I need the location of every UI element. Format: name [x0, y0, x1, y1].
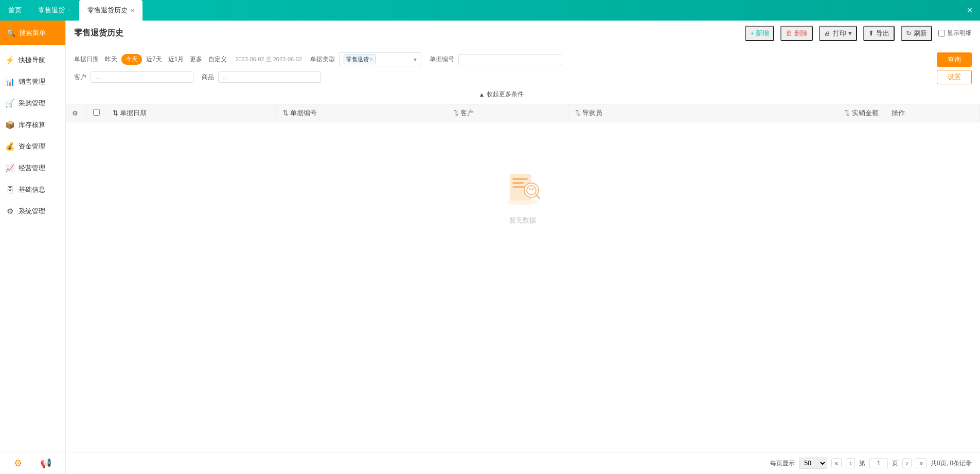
- sidebar-item-4[interactable]: 💰资金管理: [0, 136, 65, 157]
- sidebar-item-2[interactable]: 🛒采购管理: [0, 93, 65, 114]
- date-filter: 单据日期 昨天 今天 近7天 近1月 更多 自定义 2023-06-02 至 2…: [74, 54, 302, 65]
- date-label: 单据日期: [74, 55, 99, 64]
- date-btn-today[interactable]: 今天: [121, 54, 142, 65]
- last-page-button[interactable]: »: [916, 458, 926, 468]
- table-body: 暂无数据: [66, 122, 980, 267]
- sidebar-item-0[interactable]: ⚡快捷导航: [0, 49, 65, 71]
- tab-1[interactable]: 零售退货×: [30, 0, 79, 21]
- th-customer: ⇅ 客户: [447, 104, 568, 122]
- next-page-button[interactable]: ›: [902, 458, 912, 468]
- th-doc-no-label: 单据编号: [290, 109, 317, 117]
- sidebar-item-7[interactable]: ⚙系统管理: [0, 200, 65, 222]
- th-guide: ⇅ 导购员: [568, 104, 715, 122]
- filter-row-1: 单据日期 昨天 今天 近7天 近1月 更多 自定义 2023-06-02 至 2…: [74, 52, 929, 66]
- export-icon: ⬆: [868, 29, 874, 37]
- settings-icon[interactable]: ⚙: [14, 458, 22, 469]
- doc-type-chevron-icon: ▾: [414, 56, 417, 63]
- th-customer-label: 客户: [460, 109, 474, 117]
- sidebar-nav: ⚡快捷导航📊销售管理🛒采购管理📦库存核算💰资金管理📈经营管理🗄基础信息⚙系统管理: [0, 45, 65, 452]
- print-button[interactable]: 🖨 打印 ▾: [819, 26, 857, 41]
- export-label: 导出: [876, 29, 889, 38]
- sidebar-item-5[interactable]: 📈经营管理: [0, 157, 65, 179]
- refresh-button[interactable]: ↻ 刷新: [901, 26, 932, 41]
- page-title: 零售退货历史: [74, 28, 123, 39]
- filter-actions: 查询 设置: [937, 52, 972, 84]
- sidebar-search[interactable]: 🔍 搜索菜单: [0, 21, 65, 45]
- customer-input[interactable]: ...: [91, 71, 193, 83]
- date-btn-more[interactable]: 更多: [188, 54, 204, 65]
- goods-label: 商品: [202, 73, 214, 82]
- add-button[interactable]: + 新增: [745, 26, 774, 41]
- query-button[interactable]: 查询: [937, 52, 972, 67]
- show-detail-input[interactable]: [938, 30, 945, 37]
- collapse-button[interactable]: ▲ 收起更多条件: [74, 88, 929, 100]
- goods-input[interactable]: ...: [218, 71, 321, 83]
- page-header: 零售退货历史 + 新增 🗑 删除 🖨 打印 ▾ ⬆ 导出 ↻ 刷新: [66, 21, 980, 46]
- collapse-label: 收起更多条件: [487, 90, 524, 99]
- nav-label-5: 经营管理: [19, 163, 45, 173]
- th-doc-date: ⇅ 单据日期: [106, 104, 276, 122]
- tab-0[interactable]: 首页: [0, 0, 30, 21]
- print-label: 打印: [833, 29, 846, 38]
- date-btn-yesterday[interactable]: 昨天: [103, 54, 119, 65]
- tab-label-0: 首页: [8, 6, 22, 15]
- doc-type-label: 单据类型: [310, 55, 335, 64]
- nav-label-6: 基础信息: [19, 185, 45, 194]
- th-doc-date-label: 单据日期: [120, 109, 147, 117]
- content-area: 零售退货历史 + 新增 🗑 删除 🖨 打印 ▾ ⬆ 导出 ↻ 刷新: [66, 21, 980, 474]
- filter-row-2: 客户 ... 商品 ...: [74, 71, 929, 83]
- doc-type-tag-close[interactable]: ×: [370, 57, 373, 62]
- page-number-input[interactable]: 1: [869, 458, 888, 468]
- tab-label-2: 零售退货历史: [87, 6, 128, 15]
- first-page-button[interactable]: «: [831, 458, 842, 468]
- svg-rect-2: [512, 178, 528, 180]
- tab-close-1[interactable]: ×: [68, 7, 71, 13]
- nav-icon-0: ⚡: [5, 56, 14, 65]
- tab-label-1: 零售退货: [38, 6, 65, 15]
- sidebar-item-1[interactable]: 📊销售管理: [0, 71, 65, 93]
- nav-icon-6: 🗄: [5, 185, 14, 194]
- customer-filter: 客户 ...: [74, 71, 193, 83]
- select-all-checkbox[interactable]: [93, 109, 100, 116]
- sidebar-item-3[interactable]: 📦库存核算: [0, 114, 65, 136]
- nav-label-0: 快捷导航: [19, 56, 45, 65]
- show-detail-label: 显示明细: [947, 29, 972, 38]
- window-close-button[interactable]: ×: [959, 5, 980, 16]
- per-page-label: 每页显示: [770, 459, 795, 468]
- volume-icon[interactable]: 📢: [40, 458, 51, 469]
- nav-icon-3: 📦: [5, 120, 14, 130]
- print-icon: 🖨: [824, 29, 831, 37]
- export-button[interactable]: ⬆ 导出: [863, 26, 895, 41]
- date-btn-custom[interactable]: 自定义: [206, 54, 229, 65]
- doc-type-tag: 零售退货 ×: [344, 54, 376, 64]
- date-btn-7days[interactable]: 近7天: [144, 54, 164, 65]
- search-icon: 🔍: [6, 28, 16, 38]
- tab-list: 首页零售退货×零售退货历史×: [0, 0, 959, 21]
- sidebar-item-6[interactable]: 🗄基础信息: [0, 179, 65, 200]
- table-container: ⚙ ⇅ 单据日期 ⇅ 单据编号 ⇅ 客户: [66, 104, 980, 452]
- nav-label-7: 系统管理: [19, 207, 45, 216]
- doc-no-input[interactable]: [458, 54, 561, 65]
- prev-page-button[interactable]: ‹: [846, 458, 855, 468]
- nav-label-1: 销售管理: [19, 77, 45, 86]
- tab-close-2[interactable]: ×: [131, 7, 134, 13]
- filter-area: 单据日期 昨天 今天 近7天 近1月 更多 自定义 2023-06-02 至 2…: [66, 46, 980, 104]
- th-operations: 操作: [885, 104, 979, 122]
- date-btn-1month[interactable]: 近1月: [166, 54, 186, 65]
- pagination-bar: 每页显示 50 10 20 100 « ‹ 第 1 页 › » 共0页, 0条记…: [66, 452, 980, 474]
- th-guide-label: 导购员: [582, 109, 602, 117]
- th-settings: ⚙: [66, 104, 86, 122]
- delete-button[interactable]: 🗑 删除: [780, 26, 813, 41]
- doc-type-select[interactable]: 零售退货 × ▾: [339, 52, 421, 66]
- show-detail-checkbox[interactable]: 显示明细: [938, 29, 972, 38]
- collapse-up-icon: ▲: [479, 91, 485, 98]
- settings-button[interactable]: 设置: [937, 70, 972, 84]
- per-page-select[interactable]: 50 10 20 100: [799, 458, 827, 469]
- page-suffix-label: 页: [892, 459, 898, 468]
- top-bar: 首页零售退货×零售退货历史× ×: [0, 0, 980, 21]
- table-settings-icon[interactable]: ⚙: [72, 110, 78, 117]
- empty-row: 暂无数据: [66, 122, 980, 267]
- doc-no-filter: 单据编号: [430, 54, 561, 65]
- doc-type-filter: 单据类型 零售退货 × ▾: [310, 52, 421, 66]
- tab-2[interactable]: 零售退货历史×: [79, 0, 142, 21]
